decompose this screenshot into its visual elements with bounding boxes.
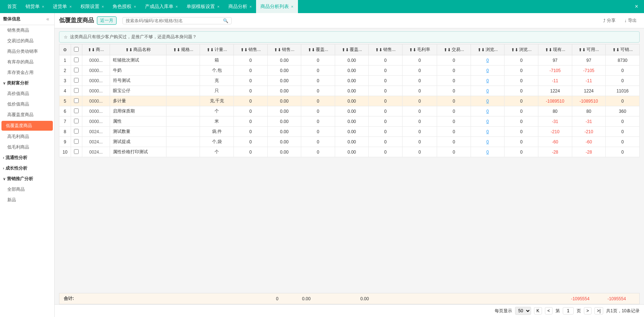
sidebar-item-new-goods[interactable]: 新品 xyxy=(0,195,54,205)
row-coverage1: 0 xyxy=(301,106,335,116)
col-saleable[interactable]: ⬆⬇可销... xyxy=(606,44,640,55)
nav-tab-templates[interactable]: 单据模板设置 × xyxy=(182,0,224,13)
col-browse2[interactable]: ⬆⬇浏览... xyxy=(504,44,538,55)
sidebar-item-category-rate[interactable]: 商品分类动销率 xyxy=(0,46,54,57)
col-sales3[interactable]: ⬆⬇销售... xyxy=(369,44,402,55)
table-row: 2 xyxy=(59,66,71,76)
sidebar-section-growth[interactable]: › 成长性分析 xyxy=(0,163,54,174)
row-checkbox[interactable] xyxy=(71,116,82,127)
col-browse1[interactable]: ⬆⬇浏览... xyxy=(471,44,504,55)
close-icon[interactable]: × xyxy=(42,4,44,9)
close-icon[interactable]: × xyxy=(102,4,104,9)
col-current[interactable]: ⬆⬇现有... xyxy=(538,44,572,55)
row-browse1[interactable]: 0 xyxy=(471,96,504,106)
row-browse1[interactable]: 0 xyxy=(471,66,504,76)
sidebar-section-liquidity[interactable]: › 流通性分析 xyxy=(0,152,54,163)
close-icon[interactable]: × xyxy=(291,4,293,9)
row-browse1[interactable]: 0 xyxy=(471,116,504,127)
sidebar-item-low-margin[interactable]: 低毛利商品 xyxy=(0,142,54,152)
sidebar-item-sales-goods[interactable]: 销售类商品 xyxy=(0,25,54,36)
table-wrapper[interactable]: ⚙ ⬆⬇商... ⬆⬇商品名称 ⬆⬇规格... ⬆⬇计量... ⬆⬇销售... … xyxy=(55,44,644,293)
row-checkbox[interactable] xyxy=(71,127,82,137)
row-trade: 0 xyxy=(437,127,471,137)
col-trade[interactable]: ⬆⬇交易... xyxy=(437,44,471,55)
search-input[interactable] xyxy=(126,18,223,23)
row-checkbox[interactable] xyxy=(71,66,82,76)
row-saleable: 0 xyxy=(606,147,640,157)
row-browse1[interactable]: 0 xyxy=(471,55,504,66)
sidebar-collapse-button[interactable]: « xyxy=(44,15,51,23)
select-all-checkbox[interactable] xyxy=(74,47,79,52)
sidebar-item-stocked-goods[interactable]: 有库存的商品 xyxy=(0,57,54,67)
sidebar-item-all-goods[interactable]: 全部商品 xyxy=(0,184,54,195)
row-browse1[interactable]: 0 xyxy=(471,106,504,116)
sidebar-item-capital[interactable]: 库存资金占用 xyxy=(0,67,54,78)
close-icon[interactable]: × xyxy=(134,4,136,9)
row-browse2: 0 xyxy=(504,55,538,66)
export-button[interactable]: ↓ 导出 xyxy=(621,16,640,25)
sidebar-section-marketing[interactable]: ∨ 营销推广分析 xyxy=(0,174,54,184)
col-sales1[interactable]: ⬆⬇销售... xyxy=(234,44,268,55)
sidebar-item-low-value[interactable]: 低价值商品 xyxy=(0,99,54,110)
row-browse1[interactable]: 0 xyxy=(471,137,504,147)
row-checkbox[interactable] xyxy=(71,55,82,66)
row-browse1[interactable]: 0 xyxy=(471,147,504,157)
nav-tab-permissions[interactable]: 权限设置 × xyxy=(76,0,108,13)
row-checkbox[interactable] xyxy=(71,96,82,106)
search-icon[interactable]: 🔍 xyxy=(223,18,228,23)
page-number-input[interactable] xyxy=(563,307,574,314)
sidebar-title: 整体信息 xyxy=(3,16,44,22)
col-available[interactable]: ⬆⬇可用... xyxy=(572,44,606,55)
nav-tab-purchase[interactable]: 进货单 × xyxy=(48,0,76,13)
col-coverage2[interactable]: ⬆⬇覆盖... xyxy=(335,44,369,55)
col-code[interactable]: ⬆⬇商... xyxy=(82,44,110,55)
nav-tab-analysis[interactable]: 商品分析 × xyxy=(224,0,256,13)
col-unit[interactable]: ⬆⬇计量... xyxy=(200,44,234,55)
col-name[interactable]: ⬆⬇商品名称 xyxy=(110,44,166,55)
share-button[interactable]: ⤴ 分享 xyxy=(600,16,619,25)
nav-tab-sales[interactable]: 销货单 × xyxy=(21,0,48,13)
row-coverage1: 0 xyxy=(301,116,335,127)
row-checkbox[interactable] xyxy=(71,76,82,86)
close-icon[interactable]: × xyxy=(250,4,252,9)
col-settings[interactable]: ⚙ xyxy=(59,44,71,55)
row-checkbox[interactable] xyxy=(71,86,82,96)
close-icon[interactable]: × xyxy=(69,4,71,9)
time-filter-button[interactable]: 近一月 xyxy=(97,16,117,25)
first-page-button[interactable]: K xyxy=(534,307,542,314)
sidebar-item-high-margin[interactable]: 高毛利商品 xyxy=(0,131,54,142)
page-word: 页 xyxy=(577,308,581,314)
last-page-button[interactable]: >| xyxy=(594,307,603,314)
row-browse2: 0 xyxy=(504,147,538,157)
next-page-button[interactable]: > xyxy=(584,307,592,314)
close-icon[interactable]: × xyxy=(217,4,219,9)
sidebar-item-high-value[interactable]: 高价值商品 xyxy=(0,88,54,99)
row-checkbox[interactable] xyxy=(71,137,82,147)
sidebar-item-traded-goods[interactable]: 交易过的商品 xyxy=(0,36,54,46)
nav-tab-inventory[interactable]: 产成品入库单 × xyxy=(141,0,182,13)
col-gross[interactable]: ⬆⬇毛利率 xyxy=(402,44,437,55)
page-size-select[interactable]: 50 xyxy=(515,307,531,315)
sidebar-item-low-coverage[interactable]: 低覆盖度商品 xyxy=(1,121,53,131)
row-browse1[interactable]: 0 xyxy=(471,76,504,86)
nav-tab-roles[interactable]: 角色授权 × xyxy=(108,0,140,13)
col-sales2[interactable]: ⬆⬇销售... xyxy=(267,44,301,55)
window-close-button[interactable]: × xyxy=(632,3,641,10)
row-checkbox[interactable] xyxy=(71,106,82,116)
close-icon[interactable]: × xyxy=(176,4,178,9)
row-coverage2: 0.00 xyxy=(335,106,369,116)
row-current: 1224 xyxy=(538,86,572,96)
notice-bar: ☆ 这类商品只有很少客户购买过，是推广不够，还是商品本身问题？ xyxy=(59,31,640,43)
sidebar-item-high-coverage[interactable]: 高覆盖度商品 xyxy=(0,110,54,120)
row-browse1[interactable]: 0 xyxy=(471,86,504,96)
table-row: 8 xyxy=(59,127,71,137)
sidebar-section-wealth[interactable]: ∨ 类财富分析 xyxy=(0,78,54,88)
row-checkbox[interactable] xyxy=(71,147,82,157)
col-checkbox[interactable] xyxy=(71,44,82,55)
prev-page-button[interactable]: < xyxy=(545,307,553,314)
col-coverage1[interactable]: ⬆⬇覆盖... xyxy=(301,44,335,55)
row-browse1[interactable]: 0 xyxy=(471,127,504,137)
nav-tab-home[interactable]: 首页 xyxy=(3,0,21,13)
nav-tab-analysis-list[interactable]: 商品分析列表 × xyxy=(256,0,298,13)
col-spec[interactable]: ⬆⬇规格... xyxy=(166,44,200,55)
